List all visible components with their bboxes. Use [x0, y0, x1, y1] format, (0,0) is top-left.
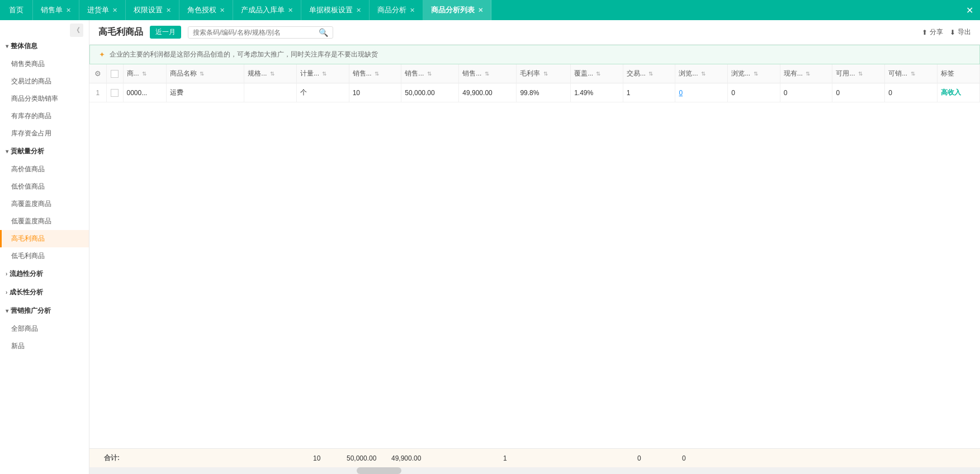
col-code[interactable]: 商... ⇅	[123, 64, 166, 83]
col-checkbox[interactable]	[106, 64, 123, 83]
row-sales-qty: 10	[349, 83, 401, 102]
sidebar-item-low-value[interactable]: 低价值商品	[0, 178, 89, 195]
sidebar-section-overall[interactable]: ▾ 整体信息	[0, 37, 89, 55]
col-sales-amount[interactable]: 销售... ⇅	[401, 64, 459, 83]
tab-purchase[interactable]: 进货单 ✕	[79, 0, 126, 20]
row-checkbox-control[interactable]	[111, 89, 119, 97]
col-sales-cost[interactable]: 销售... ⇅	[459, 64, 517, 83]
tab-analysis[interactable]: 商品分析 ✕	[370, 0, 423, 20]
col-settings[interactable]: ⚙	[89, 64, 106, 83]
col-current[interactable]: 现有... ⇅	[780, 64, 832, 83]
date-filter-button[interactable]: 近一月	[150, 26, 181, 39]
row-current: 0	[780, 83, 832, 102]
row-checkbox[interactable]	[106, 83, 123, 102]
section-trend-arrow: ›	[6, 271, 7, 277]
sidebar-item-in-stock[interactable]: 有库存的商品	[0, 107, 89, 125]
row-browse1[interactable]: 0	[675, 83, 728, 102]
footer-sales-cost: 49,900.00	[388, 454, 433, 462]
sidebar-item-low-coverage[interactable]: 低覆盖度商品	[0, 213, 89, 230]
col-spec-sort: ⇅	[270, 71, 274, 77]
sidebar-section-growth[interactable]: › 成长性分析	[0, 283, 89, 302]
tab-analysis-close[interactable]: ✕	[410, 7, 415, 14]
sidebar-section-contribution[interactable]: ▾ 贡献量分析	[0, 142, 89, 161]
tab-product-entry-close[interactable]: ✕	[288, 7, 293, 14]
tab-template-close[interactable]: ✕	[356, 7, 361, 14]
tab-sales-label: 销售单	[41, 5, 63, 15]
row-transaction: 1	[623, 83, 675, 102]
header-actions: ⬆ 分享 ⬇ 导出	[922, 27, 971, 37]
sidebar-item-high-margin[interactable]: 高毛利商品	[0, 230, 89, 247]
col-code-sort: ⇅	[142, 71, 146, 77]
row-browse2: 0	[728, 83, 780, 102]
col-name[interactable]: 商品名称 ⇅	[166, 64, 244, 83]
search-box: 🔍	[188, 26, 333, 39]
sidebar-item-high-coverage[interactable]: 高覆盖度商品	[0, 195, 89, 213]
col-saleable[interactable]: 可销... ⇅	[885, 64, 938, 83]
sidebar-item-sales-goods[interactable]: 销售类商品	[0, 55, 89, 73]
tab-analysis-list[interactable]: 商品分析列表 ✕	[423, 0, 491, 20]
col-sales-qty[interactable]: 销售... ⇅	[349, 64, 401, 83]
sidebar-item-high-value[interactable]: 高价值商品	[0, 161, 89, 178]
col-transaction-label: 交易...	[627, 69, 646, 77]
col-browse2-sort: ⇅	[754, 71, 758, 77]
tab-product-entry[interactable]: 产成品入库单 ✕	[233, 0, 301, 20]
col-sales-cost-label: 销售...	[462, 69, 481, 77]
content-header: 高毛利商品 近一月 🔍 ⬆ 分享 ⬇ 导出	[89, 20, 980, 45]
col-saleable-label: 可销...	[888, 69, 907, 77]
tab-home[interactable]: 首页	[0, 0, 33, 20]
search-input[interactable]	[193, 29, 315, 36]
col-browse1-sort: ⇅	[701, 71, 706, 77]
export-button[interactable]: ⬇ 导出	[950, 27, 971, 37]
section-trend-label: 流趋性分析	[10, 269, 43, 279]
col-gross-margin[interactable]: 毛利率 ⇅	[517, 64, 571, 83]
tab-permission-label: 权限设置	[134, 5, 163, 15]
col-spec[interactable]: 规格... ⇅	[244, 64, 297, 83]
row-index: 1	[89, 83, 106, 102]
col-coverage[interactable]: 覆盖... ⇅	[571, 64, 623, 83]
col-tag[interactable]: 标签	[937, 64, 979, 83]
sidebar-item-category-rate[interactable]: 商品分类助销率	[0, 90, 89, 107]
row-saleable: 0	[885, 83, 938, 102]
tab-purchase-close[interactable]: ✕	[112, 7, 117, 14]
window-close-button[interactable]: ✕	[959, 5, 980, 16]
col-browse1[interactable]: 浏览... ⇅	[675, 64, 728, 83]
tab-template[interactable]: 单据模板设置 ✕	[301, 0, 370, 20]
col-available[interactable]: 可用... ⇅	[832, 64, 885, 83]
tab-sales[interactable]: 销售单 ✕	[33, 0, 79, 20]
tab-role[interactable]: 角色授权 ✕	[179, 0, 233, 20]
notice-icon: ✦	[99, 50, 105, 59]
header-checkbox[interactable]	[111, 70, 119, 78]
row-sales-cost: 49,900.00	[459, 83, 517, 102]
sidebar-section-trend[interactable]: › 流趋性分析	[0, 265, 89, 283]
col-saleable-sort: ⇅	[911, 71, 915, 77]
footer-sales-amount: 50,000.00	[343, 454, 388, 462]
sidebar-item-all-goods[interactable]: 全部商品	[0, 320, 89, 337]
sidebar-collapse-button[interactable]: 《	[70, 24, 83, 37]
tab-analysis-list-close[interactable]: ✕	[478, 7, 483, 14]
sidebar-section-marketing[interactable]: ▾ 营销推广分析	[0, 302, 89, 320]
share-button[interactable]: ⬆ 分享	[922, 27, 943, 37]
sidebar-item-stock-capital[interactable]: 库存资金占用	[0, 125, 89, 142]
col-unit[interactable]: 计量... ⇅	[296, 64, 349, 83]
settings-icon[interactable]: ⚙	[94, 69, 101, 78]
col-sales-amount-sort: ⇅	[427, 71, 432, 77]
sidebar-item-new-goods[interactable]: 新品	[0, 337, 89, 355]
col-transaction[interactable]: 交易... ⇅	[623, 64, 675, 83]
row-tag: 高收入	[937, 83, 979, 102]
table-row: 1 0000... 运费	[89, 83, 980, 102]
col-browse2[interactable]: 浏览... ⇅	[728, 64, 780, 83]
footer-transaction: 1	[500, 454, 545, 462]
tab-permission-close[interactable]: ✕	[166, 7, 171, 14]
tab-sales-close[interactable]: ✕	[66, 7, 71, 14]
share-label: 分享	[930, 27, 943, 37]
section-contribution-label: 贡献量分析	[11, 147, 44, 156]
tab-permission[interactable]: 权限设置 ✕	[126, 0, 179, 20]
sidebar-item-low-margin[interactable]: 低毛利商品	[0, 247, 89, 265]
sidebar-item-traded-goods[interactable]: 交易过的商品	[0, 73, 89, 90]
tab-role-close[interactable]: ✕	[220, 7, 225, 14]
col-available-label: 可用...	[836, 69, 855, 77]
search-icon[interactable]: 🔍	[319, 28, 328, 37]
col-unit-label: 计量...	[300, 69, 319, 77]
col-current-label: 现有...	[784, 69, 803, 77]
horizontal-scrollbar[interactable]	[89, 467, 980, 474]
